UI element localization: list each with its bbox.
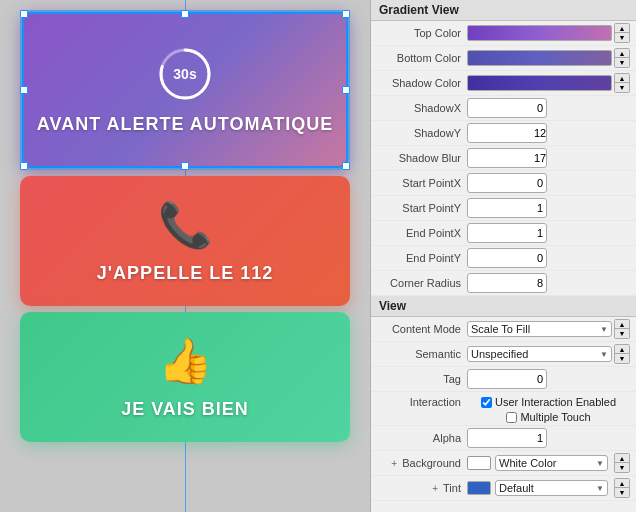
handle-mr[interactable] (342, 86, 350, 94)
tint-row: + Tint Default ▼ ▲ ▼ (371, 476, 636, 501)
card-alert[interactable]: 30s AVANT ALERTE AUTOMATIQUE (20, 10, 350, 170)
card-2-label: J'APPELLE LE 112 (97, 263, 273, 284)
shadow-blur-value: ▲ ▼ (467, 148, 630, 168)
handle-bm[interactable] (181, 162, 189, 170)
bottom-color-down[interactable]: ▼ (615, 58, 629, 67)
start-pointy-label: Start PointY (377, 202, 467, 214)
top-color-swatch[interactable] (467, 25, 612, 41)
multiple-touch-checkbox[interactable] (506, 412, 517, 423)
tag-input[interactable] (468, 372, 547, 386)
tint-label: Tint (443, 482, 461, 494)
shadow-blur-input[interactable] (468, 151, 547, 165)
end-pointy-label: End PointY (377, 252, 467, 264)
end-pointx-label: End PointX (377, 227, 467, 239)
end-pointx-input[interactable] (468, 226, 547, 240)
tint-expand-btn[interactable]: + (429, 482, 441, 494)
bottom-color-value: ▲ ▼ (467, 48, 630, 68)
shadow-color-up[interactable]: ▲ (615, 74, 629, 83)
shadow-color-swatch[interactable] (467, 75, 612, 91)
content-mode-value: Scale To Fill ▼ ▲ ▼ (467, 319, 630, 339)
corner-radius-label: Corner Radius (377, 277, 467, 289)
tint-down[interactable]: ▼ (615, 488, 629, 497)
shadow-color-row: Shadow Color ▲ ▼ (371, 71, 636, 96)
start-pointx-row: Start PointX ▲ ▼ (371, 171, 636, 196)
semantic-dropdown[interactable]: Unspecified ▼ (467, 346, 612, 362)
card-call[interactable]: 📞 J'APPELLE LE 112 (20, 176, 350, 306)
gradient-view-header: Gradient View (371, 0, 636, 21)
tag-stepper[interactable]: ▲ ▼ (467, 369, 547, 389)
background-up[interactable]: ▲ (615, 454, 629, 463)
handle-tm[interactable] (181, 10, 189, 18)
handle-bl[interactable] (20, 162, 28, 170)
card-ok[interactable]: 👍 JE VAIS BIEN (20, 312, 350, 442)
end-pointy-stepper[interactable]: ▲ ▼ (467, 248, 547, 268)
tag-row: Tag ▲ ▼ (371, 367, 636, 392)
start-pointx-label: Start PointX (377, 177, 467, 189)
background-dropdown[interactable]: White Color ▼ (495, 455, 608, 471)
start-pointx-value: ▲ ▼ (467, 173, 630, 193)
end-pointx-value: ▲ ▼ (467, 223, 630, 243)
tag-value: ▲ ▼ (467, 369, 630, 389)
end-pointx-row: End PointX ▲ ▼ (371, 221, 636, 246)
background-swatch[interactable] (467, 456, 491, 470)
shadowy-row: ShadowY ▲ ▼ (371, 121, 636, 146)
start-pointx-stepper[interactable]: ▲ ▼ (467, 173, 547, 193)
bottom-color-swatch[interactable] (467, 50, 612, 66)
content-mode-row: Content Mode Scale To Fill ▼ ▲ ▼ (371, 317, 636, 342)
interaction-checkboxes: User Interaction Enabled Multiple Touch (467, 396, 630, 423)
shadowx-input[interactable] (468, 101, 547, 115)
top-color-value: ▲ ▼ (467, 23, 630, 43)
alpha-input[interactable] (468, 431, 547, 445)
tint-value: Default ▼ ▲ ▼ (467, 478, 630, 498)
phone-icon: 📞 (158, 199, 213, 251)
view-header: View (371, 296, 636, 317)
tint-up[interactable]: ▲ (615, 479, 629, 488)
content-mode-up[interactable]: ▲ (615, 320, 629, 329)
bottom-color-up[interactable]: ▲ (615, 49, 629, 58)
tint-arrow: ▼ (596, 484, 604, 493)
start-pointy-row: Start PointY ▲ ▼ (371, 196, 636, 221)
end-pointy-row: End PointY ▲ ▼ (371, 246, 636, 271)
end-pointy-input[interactable] (468, 251, 547, 265)
background-expand-btn[interactable]: + (388, 457, 400, 469)
corner-radius-input[interactable] (468, 276, 547, 290)
content-mode-text: Scale To Fill (471, 323, 600, 335)
top-color-down[interactable]: ▼ (615, 33, 629, 42)
tint-swatch[interactable] (467, 481, 491, 495)
alpha-label: Alpha (377, 432, 467, 444)
user-interaction-label: User Interaction Enabled (495, 396, 616, 408)
background-color-row: White Color ▼ ▲ ▼ (467, 453, 630, 473)
semantic-down[interactable]: ▼ (615, 354, 629, 363)
shadowy-input[interactable] (468, 126, 547, 140)
tint-color-row: Default ▼ ▲ ▼ (467, 478, 630, 498)
content-mode-dropdown[interactable]: Scale To Fill ▼ (467, 321, 612, 337)
interaction-row: Interaction User Interaction Enabled Mul… (371, 392, 636, 426)
user-interaction-checkbox[interactable] (481, 397, 492, 408)
background-text: White Color (499, 457, 596, 469)
start-pointx-input[interactable] (468, 176, 547, 190)
timer-label: 30s (173, 66, 196, 82)
shadowy-stepper[interactable]: ▲ ▼ (467, 123, 547, 143)
start-pointy-stepper[interactable]: ▲ ▼ (467, 198, 547, 218)
handle-tl[interactable] (20, 10, 28, 18)
thumbsup-icon: 👍 (158, 335, 213, 387)
handle-tr[interactable] (342, 10, 350, 18)
handle-br[interactable] (342, 162, 350, 170)
end-pointx-stepper[interactable]: ▲ ▼ (467, 223, 547, 243)
semantic-up[interactable]: ▲ (615, 345, 629, 354)
shadow-blur-stepper[interactable]: ▲ ▼ (467, 148, 547, 168)
properties-panel: Gradient View Top Color ▲ ▼ Bottom Color… (370, 0, 636, 512)
shadowy-value: ▲ ▼ (467, 123, 630, 143)
handle-ml[interactable] (20, 86, 28, 94)
semantic-value: Unspecified ▼ ▲ ▼ (467, 344, 630, 364)
corner-radius-stepper[interactable]: ▲ ▼ (467, 273, 547, 293)
shadowx-stepper[interactable]: ▲ ▼ (467, 98, 547, 118)
start-pointy-input[interactable] (468, 201, 547, 215)
alpha-stepper[interactable]: ▲ ▼ (467, 428, 547, 448)
background-down[interactable]: ▼ (615, 463, 629, 472)
shadowy-label: ShadowY (377, 127, 467, 139)
shadow-color-down[interactable]: ▼ (615, 83, 629, 92)
top-color-up[interactable]: ▲ (615, 24, 629, 33)
content-mode-down[interactable]: ▼ (615, 329, 629, 338)
tint-dropdown[interactable]: Default ▼ (495, 480, 608, 496)
